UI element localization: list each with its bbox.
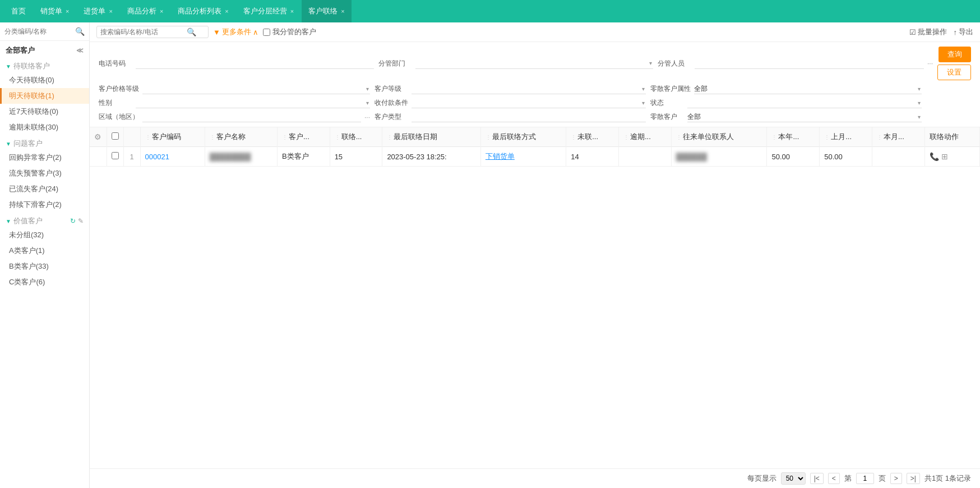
nav-close-sales-order[interactable]: × [66, 8, 69, 15]
batch-op-btn[interactable]: ☑ 批量操作 [909, 27, 947, 37]
my-customers-toggle[interactable]: 我分管的客户 [263, 27, 316, 37]
page-label: 第 [844, 473, 852, 484]
th-this-month: ⋮本月... [872, 127, 924, 147]
query-btn[interactable]: 查询 [939, 47, 971, 62]
row-num: 1 [123, 147, 140, 167]
nav-product-analysis-list[interactable]: 商品分析列表 × [171, 0, 235, 22]
sidebar-item-churn-warning[interactable]: 流失预警客户(3) [0, 165, 89, 181]
my-customers-checkbox[interactable] [263, 29, 270, 36]
filter-gender-select[interactable] [136, 98, 370, 108]
row-type: B类客户 [277, 147, 330, 167]
sidebar-pending-group: ▼ 待联络客户 [0, 58, 89, 72]
filter-panel: 电话号码 分管部门 ▾ 分管人员 ··· 查询 设置 [90, 42, 980, 127]
page-input[interactable] [856, 473, 874, 484]
sidebar-item-class-c[interactable]: C类客户(6) [0, 274, 89, 290]
filter-payment-select[interactable] [412, 98, 646, 108]
sidebar-item-ungrouped[interactable]: 未分组(32) [0, 227, 89, 243]
row-last-date: 2023-05-23 18:25: [382, 147, 480, 167]
search-icon[interactable]: 🔍 [187, 27, 196, 36]
th-last-method: ⋮最后联络方式 [480, 127, 566, 147]
th-uncontact: ⋮未联... [566, 127, 619, 147]
search-box[interactable]: 🔍 [96, 26, 209, 38]
nav-customer-layered[interactable]: 客户分层经营 × [237, 0, 301, 22]
filter-area-dots[interactable]: ··· [364, 113, 370, 121]
filter-price-select[interactable] [142, 84, 370, 94]
row-this-month [872, 147, 924, 167]
top-nav: 首页 销货单 × 进货单 × 商品分析 × 商品分析列表 × 客户分层经营 × … [0, 0, 980, 22]
sidebar-search-input[interactable] [4, 27, 73, 35]
nav-customer-contact[interactable]: 客户联络 × [302, 0, 351, 22]
th-num [123, 127, 140, 147]
row-overdue [618, 147, 671, 167]
filter-person-dots[interactable]: ··· [927, 59, 933, 67]
sidebar-item-overdue-pending[interactable]: 逾期未联络(30) [0, 119, 89, 135]
nav-product-analysis[interactable]: 商品分析 × [121, 0, 170, 22]
sidebar-search-icon[interactable]: 🔍 [75, 27, 85, 36]
search-input[interactable] [100, 28, 184, 36]
row-checkbox[interactable] [112, 152, 119, 159]
filter-level-select[interactable] [412, 84, 646, 94]
sidebar-all-customers-header: 全部客户 ≪ [0, 41, 89, 58]
filter-payment: 收付款条件 ▾ [375, 98, 646, 108]
nav-close-customer-contact[interactable]: × [341, 8, 344, 15]
filter-payment-wrap[interactable]: ▾ [412, 98, 646, 108]
filter-retail-customer-wrap[interactable]: 全部 ▾ [687, 112, 922, 122]
row-gear-cell [90, 147, 107, 167]
last-page-btn[interactable]: >| [907, 473, 920, 484]
sidebar-search-box[interactable]: 🔍 [0, 22, 89, 41]
next-page-btn[interactable]: > [890, 473, 902, 484]
filter-retail-customer: 零散客户 全部 ▾ [650, 112, 922, 122]
sidebar-item-tomorrow-pending[interactable]: 明天待联络(1) [0, 88, 89, 104]
filter-area-input[interactable] [142, 112, 361, 122]
filter-retail-customer-select[interactable]: 全部 [687, 112, 922, 122]
sidebar-problem-tri: ▼ [6, 141, 11, 147]
filter-dept-select[interactable] [415, 58, 654, 68]
filter-retail-attr-wrap[interactable]: 全部 ▾ [694, 84, 922, 94]
first-page-btn[interactable]: |< [810, 473, 824, 484]
nav-close-product-analysis-list[interactable]: × [225, 8, 228, 15]
settings-btn[interactable]: 设置 [937, 65, 971, 80]
filter-customer-type: 客户类型 [375, 112, 646, 122]
filter-retail-attr: 零散客户属性 全部 ▾ [650, 84, 922, 94]
sidebar-value-refresh-icon[interactable]: ↻ [70, 217, 76, 225]
row-action-phone-icon[interactable]: 📞 [930, 152, 939, 161]
row-code[interactable]: 000021 [140, 147, 205, 167]
filter-retail-attr-select[interactable]: 全部 [694, 84, 922, 94]
sidebar-item-class-b[interactable]: B类客户(33) [0, 259, 89, 274]
nav-close-purchase-order[interactable]: × [109, 8, 112, 15]
sidebar-value-edit-icon[interactable]: ✎ [78, 217, 84, 225]
table-select-all[interactable] [112, 132, 119, 140]
prev-page-btn[interactable]: < [828, 473, 840, 484]
nav-close-product-analysis[interactable]: × [160, 8, 163, 15]
sidebar-item-class-a[interactable]: A类客户(1) [0, 243, 89, 259]
filter-icon: ▼ [213, 28, 220, 36]
filter-level-select-wrap[interactable]: ▾ [412, 84, 646, 94]
export-btn[interactable]: ↑ 导出 [954, 27, 974, 37]
filter-status-select[interactable] [687, 98, 922, 108]
sidebar-collapse-btn[interactable]: ≪ [76, 47, 84, 54]
sidebar-item-declining[interactable]: 持续下滑客户(2) [0, 197, 89, 213]
filter-status-wrap[interactable]: ▾ [687, 98, 922, 108]
filter-dept-select-wrap[interactable]: ▾ [415, 58, 654, 69]
filter-phone-input[interactable] [136, 58, 374, 69]
sidebar-item-churned[interactable]: 已流失客户(24) [0, 181, 89, 197]
nav-home[interactable]: 首页 [4, 0, 33, 22]
filter-customer-type-input[interactable] [412, 112, 646, 122]
per-page-select[interactable]: 50 [781, 472, 806, 485]
more-filter-btn[interactable]: ▼ 更多条件 ∧ [213, 27, 258, 37]
th-overdue: ⋮逾期... [618, 127, 671, 147]
row-action-more-icon[interactable]: ⊞ [941, 152, 948, 161]
filter-gender-wrap[interactable]: ▾ [136, 98, 370, 108]
sidebar-pending-tri: ▼ [6, 63, 11, 70]
row-last-method[interactable]: 下销货单 [480, 147, 566, 167]
row-checkbox-cell[interactable] [107, 147, 123, 167]
nav-sales-order[interactable]: 销货单 × [34, 0, 76, 22]
filter-person-input[interactable] [695, 58, 924, 69]
nav-purchase-order[interactable]: 进货单 × [77, 0, 119, 22]
table-gear-icon[interactable]: ⚙ [94, 132, 101, 141]
filter-price-select-wrap[interactable]: ▾ [142, 84, 370, 94]
sidebar-item-7day-pending[interactable]: 近7天待联络(0) [0, 104, 89, 119]
nav-close-customer-layered[interactable]: × [290, 8, 294, 15]
sidebar-item-repurchase-abnormal[interactable]: 回购异常客户(2) [0, 150, 89, 165]
sidebar-item-today-pending[interactable]: 今天待联络(0) [0, 72, 89, 88]
